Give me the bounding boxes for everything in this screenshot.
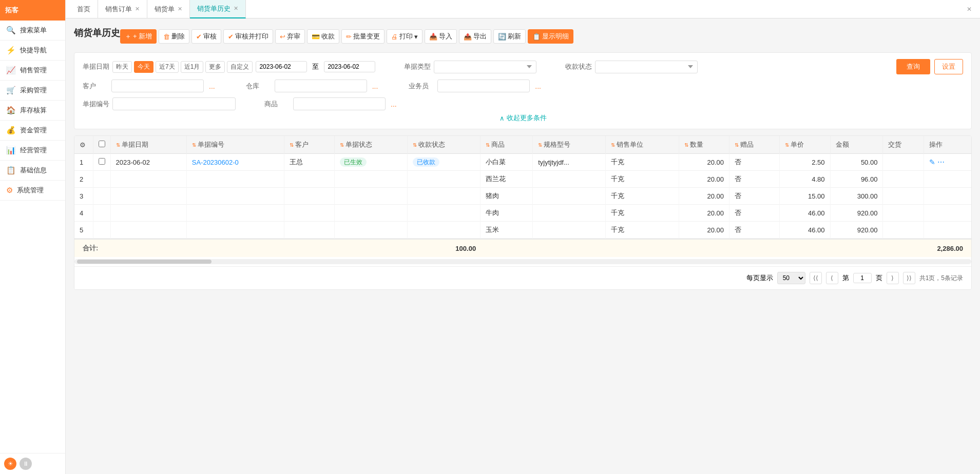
order-no-sort[interactable]: ⇅ 单据编号 (192, 140, 279, 149)
staff-input[interactable] (437, 80, 530, 92)
customer-input[interactable] (111, 80, 204, 92)
export-button[interactable]: 📤 导出 (459, 29, 491, 44)
cell-checkbox[interactable] (93, 222, 110, 239)
new-button[interactable]: ＋ + 新增 (120, 29, 157, 44)
date-btn-more[interactable]: 更多 (205, 61, 225, 73)
print-button[interactable]: 🖨 打印 ▾ (387, 29, 422, 44)
col-date[interactable]: ⇅ 单据日期 (110, 136, 186, 154)
col-collect-status[interactable]: ⇅ 收款状态 (408, 136, 481, 154)
type-select[interactable] (434, 61, 536, 73)
date-btn-yesterday[interactable]: 昨天 (112, 61, 132, 73)
customer-ellipsis[interactable]: ... (207, 82, 217, 90)
per-page-select[interactable]: 10 20 50 100 (777, 272, 805, 284)
approve-print-button[interactable]: ✔ 审核并打印 (223, 29, 273, 44)
tab-sales-order[interactable]: 销售订单 ✕ (98, 0, 147, 18)
horizontal-scrollbar[interactable] (74, 259, 971, 264)
customer-sort[interactable]: ⇅ 客户 (290, 140, 329, 149)
order-status-sort[interactable]: ⇅ 单据状态 (340, 140, 402, 149)
collect-button[interactable]: 💳 收款 (307, 29, 339, 44)
prev-page-btn[interactable]: ⟨ (826, 272, 838, 284)
goods-ellipsis[interactable]: ... (389, 100, 399, 108)
sidebar-item-finance[interactable]: 💰 资金管理 (0, 121, 65, 141)
more-action-icon[interactable]: ⋯ (937, 158, 945, 166)
refresh-button[interactable]: 🔄 刷新 (493, 29, 526, 44)
delete-button[interactable]: 🗑 删除 (159, 29, 189, 44)
sidebar-item-purchase-mgmt[interactable]: 🛒 采购管理 (0, 81, 65, 101)
sidebar-bottom-btn2[interactable]: ⏸ (20, 458, 32, 470)
tab-sales-history[interactable]: 销货单历史 ✕ (190, 0, 246, 18)
gift-sort[interactable]: ⇅ 赠品 (735, 140, 774, 149)
next-page-btn[interactable]: ⟩ (887, 272, 899, 284)
batch-change-button[interactable]: ✏ 批量变更 (341, 29, 385, 44)
date-to-input[interactable] (324, 61, 375, 72)
tab-sales-delivery-label: 销货单 (155, 5, 175, 14)
price-sort[interactable]: ⇅ 单价 (785, 140, 824, 149)
date-btn-1month[interactable]: 近1月 (181, 61, 204, 73)
goods-input[interactable] (293, 97, 386, 110)
col-checkbox[interactable] (93, 136, 110, 154)
cell-checkbox[interactable] (93, 171, 110, 188)
tab-sales-delivery-close[interactable]: ✕ (178, 6, 182, 12)
sidebar-item-operations[interactable]: 📊 经营管理 (0, 141, 65, 161)
settings-button[interactable]: 设置 (934, 59, 963, 74)
scrollbar-thumb[interactable] (77, 260, 212, 264)
collect-status-sort[interactable]: ⇅ 收款状态 (413, 140, 475, 149)
tab-sales-delivery[interactable]: 销货单 ✕ (147, 0, 190, 18)
sidebar-item-system[interactable]: ⚙ 系统管理 (0, 181, 65, 201)
date-btn-custom[interactable]: 自定义 (227, 61, 253, 73)
date-from-input[interactable] (256, 61, 307, 72)
sidebar-item-quick-nav[interactable]: ⚡ 快捷导航 (0, 41, 65, 61)
col-gift[interactable]: ⇅ 赠品 (729, 136, 780, 154)
tab-sales-history-close[interactable]: ✕ (234, 5, 238, 12)
sidebar-item-basic-info[interactable]: 📋 基础信息 (0, 161, 65, 181)
collapse-button[interactable]: ∧ 收起更多条件 (83, 113, 963, 123)
col-unit[interactable]: ⇅ 销售单位 (606, 136, 679, 154)
sort-icon: ⇅ (611, 142, 615, 148)
qty-sort[interactable]: ⇅ 数量 (684, 140, 724, 149)
warehouse-input[interactable] (275, 80, 367, 92)
sidebar-search[interactable]: 🔍 搜索菜单 (0, 21, 65, 41)
edit-action-icon[interactable]: ✎ (929, 158, 935, 166)
col-settings[interactable]: ⚙ (74, 136, 93, 154)
staff-ellipsis[interactable]: ... (533, 82, 543, 90)
date-btn-today[interactable]: 今天 (134, 61, 153, 73)
show-details-button[interactable]: 📋 显示明细 (528, 29, 573, 44)
sidebar-bottom-btn1[interactable]: ☀ (4, 458, 16, 470)
order-no-input[interactable] (112, 97, 236, 110)
col-spec[interactable]: ⇅ 规格型号 (533, 136, 606, 154)
approve-button[interactable]: ✔ 审核 (191, 29, 221, 44)
select-all-checkbox[interactable] (99, 141, 105, 147)
tab-sales-order-close[interactable]: ✕ (135, 6, 140, 12)
sidebar-item-sales-mgmt[interactable]: 📈 销售管理 (0, 61, 65, 81)
cell-checkbox[interactable] (93, 154, 110, 171)
page-number-input[interactable] (853, 273, 872, 283)
spec-sort[interactable]: ⇅ 规格型号 (538, 140, 600, 149)
goods-sort[interactable]: ⇅ 商品 (486, 140, 527, 149)
col-qty[interactable]: ⇅ 数量 (679, 136, 729, 154)
col-goods[interactable]: ⇅ 商品 (481, 136, 533, 154)
date-btn-7days[interactable]: 近7天 (156, 61, 179, 73)
cell-checkbox[interactable] (93, 205, 110, 222)
import-button[interactable]: 📥 导入 (425, 29, 457, 44)
discard-button[interactable]: ↩ 弃审 (275, 29, 305, 44)
unit-sort[interactable]: ⇅ 销售单位 (611, 140, 673, 149)
cell-spec (533, 205, 606, 222)
sidebar-item-inventory[interactable]: 🏠 库存核算 (0, 101, 65, 121)
order-no-link[interactable]: SA-20230602-0 (192, 159, 239, 166)
last-page-btn[interactable]: ⟩⟩ (903, 272, 915, 284)
row-checkbox[interactable] (99, 158, 105, 165)
collect-status-select[interactable] (595, 61, 698, 73)
tab-close-all[interactable]: ✕ (963, 6, 976, 13)
tab-home[interactable]: 首页 (70, 0, 98, 18)
cell-checkbox[interactable] (93, 188, 110, 205)
col-order-no[interactable]: ⇅ 单据编号 (186, 136, 284, 154)
warehouse-ellipsis[interactable]: ... (370, 82, 380, 90)
date-sort[interactable]: ⇅ 单据日期 (116, 140, 181, 149)
col-order-status[interactable]: ⇅ 单据状态 (334, 136, 407, 154)
query-button[interactable]: 查询 (896, 59, 930, 74)
col-price[interactable]: ⇅ 单价 (780, 136, 830, 154)
first-page-btn[interactable]: ⟨⟨ (810, 272, 822, 284)
col-customer[interactable]: ⇅ 客户 (284, 136, 334, 154)
settings-icon[interactable]: ⚙ (80, 141, 86, 149)
tab-sales-order-label: 销售订单 (105, 5, 132, 14)
